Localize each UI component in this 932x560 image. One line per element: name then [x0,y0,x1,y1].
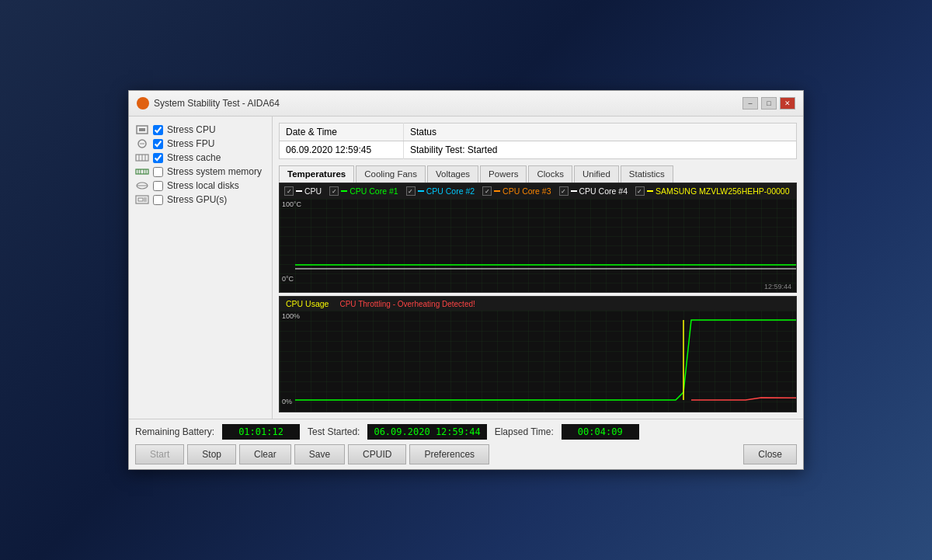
stress-cpu-label: Stress CPU [167,124,216,135]
stress-memory-label: Stress system memory [167,166,262,177]
stress-memory-checkbox[interactable] [153,167,163,177]
elapsed-value: 00:04:09 [562,424,639,440]
stress-cache-label: Stress cache [167,152,221,163]
tab-temperatures[interactable]: Temperatures [279,165,354,183]
elapsed-label: Elapsed Time: [495,426,554,437]
stress-cache-checkbox[interactable] [153,153,163,163]
svg-rect-15 [136,196,148,203]
stress-cpu-item: Stress CPU [135,124,266,135]
stress-gpu-label: Stress GPU(s) [167,194,227,205]
temp-chart: ✓ CPU ✓ CPU Core #1 ✓ CPU Core #2 [279,183,797,293]
tab-voltages[interactable]: Voltages [427,165,478,183]
legend-cpu-label: CPU [304,186,322,196]
status-col1-header: Date & Time [280,123,404,141]
left-panel: Stress CPU Stress FPU Stress cache [129,117,273,419]
legend-core1-label: CPU Core #1 [350,186,398,196]
tab-clocks[interactable]: Clocks [528,165,572,183]
throttle-label: CPU Throttling - Overheating Detected! [339,300,475,308]
stress-fpu-checkbox[interactable] [153,139,163,149]
temp-chart-legend: ✓ CPU ✓ CPU Core #1 ✓ CPU Core #2 [280,183,796,199]
preferences-button[interactable]: Preferences [409,444,489,464]
legend-core4-label: CPU Core #4 [579,186,628,196]
legend-core3: ✓ CPU Core #3 [482,186,551,196]
temp-svg: 68 67 41 [280,199,796,292]
stress-memory-item: Stress system memory [135,166,266,177]
app-icon [137,97,149,110]
left-buttons: Start Stop Clear Save CPUID Preferences [135,444,489,464]
stats-row: Remaining Battery: 01:01:12 Test Started… [135,424,797,440]
svg-rect-1 [139,128,145,131]
tabs-container: Temperatures Cooling Fans Voltages Power… [279,165,797,183]
usage-chart: CPU Usage CPU Throttling - Overheating D… [279,296,797,412]
cpuid-button[interactable]: CPUID [348,444,406,464]
close-button[interactable]: Close [743,444,797,464]
minimize-button[interactable]: – [742,97,758,110]
start-button[interactable]: Start [135,444,184,464]
main-content: Stress CPU Stress FPU Stress cache [129,117,803,419]
battery-value: 01:01:12 [222,424,300,440]
gpu-stress-icon [135,194,149,205]
usage-chart-area: 100% 0% [280,311,796,412]
stress-gpu-item: Stress GPU(s) [135,194,266,205]
title-bar: System Stability Test - AIDA64 – □ ✕ [129,91,803,117]
started-label: Test Started: [308,426,360,437]
tab-cooling-fans[interactable]: Cooling Fans [356,165,426,183]
right-panel: Date & Time Status 06.09.2020 12:59:45 S… [273,117,803,419]
started-value: 06.09.2020 12:59:44 [367,424,486,440]
title-bar-left: System Stability Test - AIDA64 [137,97,280,110]
save-button[interactable]: Save [294,444,345,464]
stress-disk-checkbox[interactable] [153,181,163,191]
status-date: 06.09.2020 12:59:45 [280,141,404,159]
cpu-usage-label: CPU Usage [286,299,329,308]
status-row1: 06.09.2020 12:59:45 Stability Test: Star… [280,141,797,159]
svg-rect-8 [136,169,148,174]
legend-cpu: ✓ CPU [284,186,322,196]
status-text: Stability Test: Started [404,141,797,159]
bottom-bar: Remaining Battery: 01:01:12 Test Started… [129,419,803,469]
legend-core2: ✓ CPU Core #2 [406,186,475,196]
stop-button[interactable]: Stop [187,444,236,464]
close-title-button[interactable]: ✕ [780,97,795,110]
stress-disk-item: Stress local disks [135,180,266,191]
clear-button[interactable]: Clear [239,444,291,464]
disk-stress-icon [135,180,149,191]
legend-core1: ✓ CPU Core #1 [329,186,398,196]
cpu-stress-icon [135,124,149,135]
window-title: System Stability Test - AIDA64 [154,98,280,109]
stress-cache-item: Stress cache [135,152,266,163]
memory-stress-icon [135,166,149,177]
fpu-stress-icon [135,138,149,149]
legend-samsung-label: SAMSUNG MZVLW256HEHP-00000 [656,186,790,196]
status-table: Date & Time Status 06.09.2020 12:59:45 S… [279,123,797,159]
legend-core3-label: CPU Core #3 [503,186,551,196]
right-buttons: Close [743,444,797,464]
svg-rect-19 [280,199,796,292]
stress-disk-label: Stress local disks [167,180,239,191]
tab-statistics[interactable]: Statistics [621,165,673,183]
temp-chart-area: 100°C 0°C [280,199,796,292]
stress-cpu-checkbox[interactable] [153,125,163,135]
tab-unified[interactable]: Unified [574,165,619,183]
usage-svg: 100% 0% [280,311,796,412]
stress-gpu-checkbox[interactable] [153,195,163,205]
legend-core4: ✓ CPU Core #4 [559,186,628,196]
cache-stress-icon [135,152,149,163]
svg-rect-16 [138,198,143,201]
legend-samsung: ✓ SAMSUNG MZVLW256HEHP-00000 [635,186,790,196]
stress-fpu-label: Stress FPU [167,138,214,149]
status-col2-header: Status [404,123,797,141]
main-window: System Stability Test - AIDA64 – □ ✕ Str… [128,90,804,470]
title-controls: – □ ✕ [742,97,795,110]
temp-time-label: 12:59:44 [764,283,791,290]
tab-powers[interactable]: Powers [480,165,527,183]
svg-rect-24 [280,311,796,412]
usage-chart-legend: CPU Usage CPU Throttling - Overheating D… [280,297,796,311]
legend-core2-label: CPU Core #2 [426,186,475,196]
stress-fpu-item: Stress FPU [135,138,266,149]
button-row: Start Stop Clear Save CPUID Preferences … [135,444,797,464]
maximize-button[interactable]: □ [761,97,777,110]
battery-label: Remaining Battery: [135,426,214,437]
